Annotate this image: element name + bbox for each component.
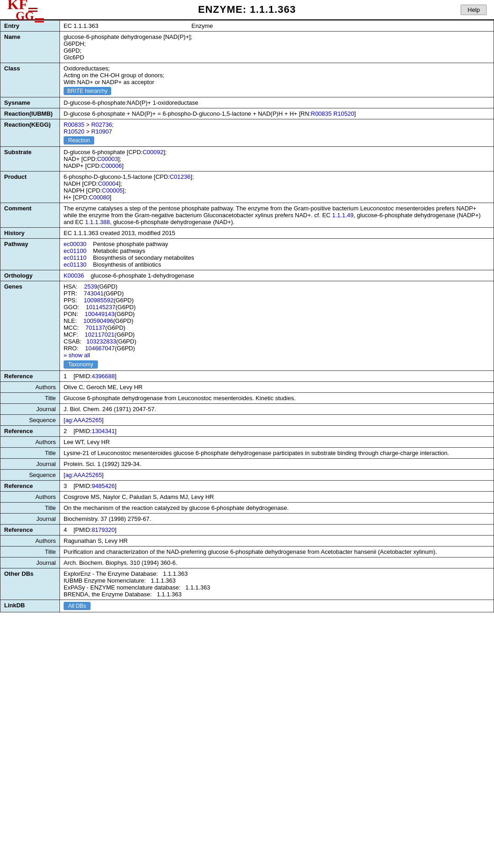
reference-1-sequence-row: Sequence [ag:AAA25265]	[0, 415, 494, 426]
substrate-label: Substrate	[0, 147, 60, 171]
reference-1-value: 1 [PMID:4396688]	[60, 371, 494, 382]
reaction-iubmb-value: D-glucose 6-phosphate + NAD(P)+ = 6-phos…	[60, 108, 494, 119]
authors-2-label: Authors	[0, 437, 60, 448]
gene-ggo-link[interactable]: 101145237	[86, 304, 115, 311]
journal-2-value: Protein. Sci. 1 (1992) 329-34.	[60, 459, 494, 470]
linkdb-row: LinkDB All DBs	[0, 600, 494, 612]
reaction-button[interactable]: Reaction	[64, 136, 94, 145]
title-2-value: Lysine-21 of Leuconostoc mesenteroides g…	[60, 448, 494, 459]
pmid-4396688-link[interactable]: 4396688	[91, 373, 115, 380]
reference-3-journal-row: Journal Biochemistry. 37 (1998) 2759-67.	[0, 514, 494, 525]
pathway-ec01100-link[interactable]: ec01100	[64, 247, 86, 254]
authors-2-value: Lee WT, Levy HR	[60, 437, 494, 448]
title-2-label: Title	[0, 448, 60, 459]
reaction-kegg-value: R00835 > R02736; R10520 > R10907 Reactio…	[60, 119, 494, 147]
gene-pps-link[interactable]: 100985592	[84, 297, 113, 304]
authors-1-value: Olive C, Geroch ME, Levy HR	[60, 382, 494, 393]
kegg-r02736-link[interactable]: R02736	[91, 121, 112, 128]
gene-mcc-link[interactable]: 701137	[86, 324, 105, 331]
authors-4-value: Ragunathan S, Levy HR	[60, 536, 494, 547]
journal-3-label: Journal	[0, 514, 60, 525]
title-4-label: Title	[0, 547, 60, 557]
title-3-label: Title	[0, 503, 60, 514]
cpd-c00004-link[interactable]: C00004	[98, 180, 119, 187]
reference-2-label: Reference	[0, 426, 60, 437]
journal-4-value: Arch. Biochem. Biophys. 310 (1994) 360-6…	[60, 557, 494, 568]
brite-hierarchy-button[interactable]: BRITE hierarchy	[64, 87, 111, 95]
pathway-ec01110-link[interactable]: ec01110	[64, 254, 86, 261]
sysname-row: Sysname D-glucose-6-phosphate:NAD(P)+ 1-…	[0, 97, 494, 108]
reference-4-value: 4 [PMID:8179320]	[60, 525, 494, 536]
pmid-1304341-link[interactable]: 1304341	[91, 428, 115, 434]
linkdb-value: All DBs	[60, 600, 494, 612]
history-label: History	[0, 228, 60, 239]
gene-csab-link[interactable]: 103232833	[86, 338, 116, 345]
reference-2-sequence-row: Sequence [ag:AAA25265]	[0, 470, 494, 481]
cpd-c01236-link[interactable]: C01236	[170, 173, 191, 180]
orthology-row: Orthology K00036 glucose-6-phosphate 1-d…	[0, 270, 494, 281]
rn-r00835-link[interactable]: R00835	[311, 110, 332, 117]
seq-ag-aaa25265-2-link[interactable]: ag:AAA25265	[65, 472, 102, 478]
pathway-ec01130-link[interactable]: ec01130	[64, 261, 86, 268]
reference-1-journal-row: Journal J. Biol. Chem. 246 (1971) 2047-5…	[0, 404, 494, 415]
orthology-k00036-link[interactable]: K00036	[64, 272, 84, 279]
cpd-c00005-link[interactable]: C00005	[102, 187, 123, 194]
class-row: Class Oxidoreductases; Acting on the CH-…	[0, 63, 494, 97]
reference-4-title-row: Title Purification and characterization …	[0, 547, 494, 557]
reaction-iubmb-label: Reaction(IUBMB)	[0, 108, 60, 119]
orthology-label: Orthology	[0, 270, 60, 281]
show-all-link[interactable]: » show all	[64, 352, 90, 359]
help-button[interactable]: Help	[461, 5, 487, 15]
pathway-ec00030-link[interactable]: ec00030	[64, 241, 86, 247]
ec-1-1-1-49-link[interactable]: 1.1.1.49	[332, 212, 354, 219]
rn-r10520-link[interactable]: R10520	[333, 110, 354, 117]
reference-3-label: Reference	[0, 481, 60, 492]
cpd-c00003-link[interactable]: C00003	[97, 155, 118, 162]
other-dbs-row: Other DBs ExplorEnz - The Enzyme Databas…	[0, 568, 494, 600]
authors-3-value: Cosgrove MS, Naylor C, Paludan S, Adams …	[60, 492, 494, 503]
other-dbs-value: ExplorEnz - The Enzyme Database: 1.1.1.3…	[60, 568, 494, 600]
product-value: 6-phospho-D-glucono-1,5-lactone [CPD:C01…	[60, 171, 494, 203]
kegg-r10520-link[interactable]: R10520	[64, 128, 85, 135]
sysname-value: D-glucose-6-phosphate:NAD(P)+ 1-oxidored…	[60, 97, 494, 108]
reference-4-journal-row: Journal Arch. Biochem. Biophys. 310 (199…	[0, 557, 494, 568]
logo-gg: GG	[16, 9, 34, 23]
kegg-r00835-link[interactable]: R00835	[64, 121, 85, 128]
reference-2-authors-row: Authors Lee WT, Levy HR	[0, 437, 494, 448]
cpd-c00092-link[interactable]: C00092	[143, 149, 164, 155]
reaction-kegg-label: Reaction(KEGG)	[0, 119, 60, 147]
genes-label: Genes	[0, 281, 60, 371]
substrate-row: Substrate D-glucose 6-phosphate [CPD:C00…	[0, 147, 494, 171]
sequence-2-label: Sequence	[0, 470, 60, 481]
pmid-8179320-link[interactable]: 8179320	[91, 526, 115, 533]
comment-value: The enzyme catalyses a step of the pento…	[60, 203, 494, 228]
seq-ag-aaa25265-1-link[interactable]: ag:AAA25265	[65, 417, 102, 423]
pmid-9485426-link[interactable]: 9485426	[91, 482, 115, 489]
gene-nle-link[interactable]: 100590496	[83, 317, 113, 324]
gene-mcf-link[interactable]: 102117021	[85, 331, 114, 338]
kegg-logo: KF GG	[7, 0, 44, 23]
authors-1-label: Authors	[0, 382, 60, 393]
cpd-c00006-link[interactable]: C00006	[101, 162, 122, 169]
kegg-r10907-link[interactable]: R10907	[91, 128, 112, 135]
entry-value: EC 1.1.1.363 Enzyme	[60, 21, 494, 32]
taxonomy-button[interactable]: Taxonomy	[64, 360, 98, 369]
reference-3-authors-row: Authors Cosgrove MS, Naylor C, Paludan S…	[0, 492, 494, 503]
genes-value: HSA: 2539(G6PD) PTR: 743041(G6PD) PPS: 1…	[60, 281, 494, 371]
page-title: ENZYME: 1.1.1.363	[198, 4, 296, 16]
title-3-value: On the mechanism of the reaction catalyz…	[60, 503, 494, 514]
cpd-c00080-link[interactable]: C00080	[89, 194, 110, 201]
sysname-label: Sysname	[0, 97, 60, 108]
gene-rro-link[interactable]: 104667047	[85, 345, 115, 352]
reference-1-row: Reference 1 [PMID:4396688]	[0, 371, 494, 382]
reaction-kegg-row: Reaction(KEGG) R00835 > R02736; R10520 >…	[0, 119, 494, 147]
gene-pon-link[interactable]: 100449143	[85, 311, 114, 317]
ec-1-1-1-388-link[interactable]: 1.1.1.388	[85, 219, 110, 225]
gene-hsa-2539-link[interactable]: 2539	[84, 283, 97, 290]
sequence-1-value: [ag:AAA25265]	[60, 415, 494, 426]
sequence-1-label: Sequence	[0, 415, 60, 426]
all-dbs-button[interactable]: All DBs	[64, 602, 91, 610]
reference-1-label: Reference	[0, 371, 60, 382]
gene-ptr-link[interactable]: 743041	[84, 290, 103, 297]
reference-2-value: 2 [PMID:1304341]	[60, 426, 494, 437]
